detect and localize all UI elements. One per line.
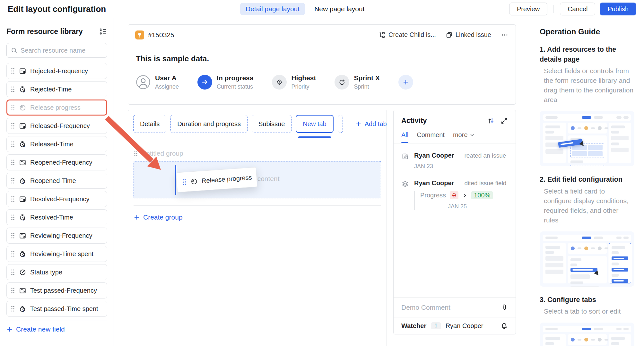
resource-item[interactable]: Rejected-Frequency xyxy=(6,63,107,79)
drag-handle-icon[interactable] xyxy=(11,177,15,184)
linked-issue-button[interactable]: Linked issue xyxy=(446,31,491,39)
tab-detail-page-layout[interactable]: Detail page layout xyxy=(240,3,305,15)
drag-handle-icon[interactable] xyxy=(11,287,15,294)
resource-item[interactable]: Reopened-Frequency xyxy=(6,154,107,170)
resource-search[interactable] xyxy=(6,43,107,58)
activity-entry: Ryan Cooper reated an issue JAN 23 xyxy=(401,152,508,170)
add-field-button[interactable] xyxy=(398,75,413,90)
drag-handle-icon[interactable] xyxy=(11,305,15,312)
search-input[interactable] xyxy=(21,47,103,54)
activity-filter-comment[interactable]: Comment xyxy=(417,131,445,143)
activity-filter-label: All xyxy=(401,131,408,139)
new-value: 100% xyxy=(471,191,493,199)
drag-handle-icon[interactable] xyxy=(11,250,15,257)
create-group-label: Create group xyxy=(143,213,183,221)
issue-field[interactable]: Sprint X Sprint xyxy=(335,74,380,90)
tab-subissue[interactable]: Subissue xyxy=(252,115,292,133)
watcher-label: Watcher xyxy=(401,322,426,330)
collapse-library-icon[interactable] xyxy=(99,27,107,36)
plus-icon xyxy=(134,214,140,221)
issue-header: #150325 Create Child is... Linked issue xyxy=(128,25,516,45)
field-drop-zone[interactable]: No content Release progress xyxy=(134,161,381,198)
tab-details[interactable]: Details xyxy=(133,115,166,133)
group-title[interactable]: Untitled group xyxy=(141,150,183,157)
resource-item[interactable]: Resolved-Frequency xyxy=(6,191,107,207)
guide-step-thumbnail xyxy=(540,323,634,346)
tab-new-page-layout[interactable]: New page layout xyxy=(309,3,370,15)
create-group-link[interactable]: Create group xyxy=(134,213,381,221)
guide-step-desc: Select a tab to sort or edit xyxy=(540,307,634,316)
dragged-field-card[interactable]: Release progress xyxy=(176,167,257,192)
activity-user[interactable]: Ryan Cooper xyxy=(414,152,454,159)
topbar-actions: Preview Cancel Publish xyxy=(509,3,636,15)
activity-filter-more[interactable]: more xyxy=(453,131,474,143)
resource-item[interactable]: Released-Frequency xyxy=(6,118,107,134)
issue-field[interactable]: Highest Priority xyxy=(272,74,316,90)
svg-text:P: P xyxy=(23,309,25,313)
resource-item[interactable]: P Released-Time xyxy=(6,136,107,152)
activity-filter-all[interactable]: All xyxy=(401,131,408,143)
tab-new-tab[interactable]: New tab xyxy=(296,115,333,133)
tab-duration-and-progress[interactable]: Duration and progress xyxy=(170,115,248,133)
avatar-icon xyxy=(136,75,151,90)
resource-item[interactable]: Release progress xyxy=(6,99,107,116)
drag-handle-icon[interactable] xyxy=(11,232,15,239)
drag-handle-icon[interactable] xyxy=(11,104,15,111)
expand-icon[interactable] xyxy=(500,117,508,125)
bell-icon[interactable] xyxy=(500,322,508,330)
comment-placeholder: Demo Comment xyxy=(401,304,450,311)
publish-button[interactable]: Publish xyxy=(600,3,636,15)
preview-button[interactable]: Preview xyxy=(509,3,547,15)
resource-item[interactable]: Status type xyxy=(6,264,107,280)
resource-item[interactable]: P Reviewing-Time spent xyxy=(6,246,107,262)
svg-text:P: P xyxy=(23,90,25,93)
guide-step-title: 1. Add resources to the details page xyxy=(540,45,634,64)
tab-label: Duration and progress xyxy=(177,120,241,128)
watcher-name[interactable]: Ryan Cooper xyxy=(446,322,483,330)
watcher-count-badge[interactable]: 1 xyxy=(431,322,441,329)
old-value: 0 xyxy=(450,191,458,199)
create-new-field-link[interactable]: Create new field xyxy=(6,321,107,333)
add-tab-button[interactable]: Add tab xyxy=(353,120,389,128)
more-icon xyxy=(501,31,509,39)
layout-switch: Detail page layout New page layout xyxy=(240,3,370,15)
resource-item[interactable]: P Reopened-Time xyxy=(6,173,107,189)
create-child-issue-button[interactable]: Create Child is... xyxy=(379,31,436,39)
priority-icon xyxy=(272,75,287,90)
paperclip-icon[interactable] xyxy=(500,304,508,311)
resource-item[interactable]: P Test passed-Time spent xyxy=(6,301,107,317)
frequency-icon xyxy=(19,232,26,239)
drag-handle-icon[interactable] xyxy=(11,269,15,276)
drag-handle-icon[interactable] xyxy=(11,159,15,166)
drag-handle-icon[interactable] xyxy=(11,67,15,74)
guide-step-thumbnail xyxy=(540,231,634,287)
add-tab-label: Add tab xyxy=(365,120,387,128)
tab-li[interactable]: Li xyxy=(338,115,343,133)
resource-item[interactable]: Test passed-Frequency xyxy=(6,282,107,298)
activity-entry: Ryan Cooper dited issue field Progress 0… xyxy=(401,179,508,210)
create-new-field-label: Create new field xyxy=(16,325,65,333)
field-value: User A xyxy=(155,74,179,82)
drag-handle-icon[interactable] xyxy=(11,122,15,129)
guide-step: 2. Edit field configuration Select a fie… xyxy=(540,175,634,287)
resource-item[interactable]: P Resolved-Time xyxy=(6,209,107,225)
resource-item[interactable]: P Rejected-Time xyxy=(6,81,107,97)
drag-handle-icon[interactable] xyxy=(134,150,138,157)
drag-handle-icon[interactable] xyxy=(11,141,15,148)
issue-field[interactable]: In progress Current status xyxy=(197,74,253,90)
comment-input[interactable]: Demo Comment xyxy=(394,297,516,317)
resource-item-label: Rejected-Frequency xyxy=(30,67,88,75)
issue-field[interactable]: User A Assignee xyxy=(136,74,179,90)
activity-user[interactable]: Ryan Cooper xyxy=(414,179,454,187)
status-icon xyxy=(19,269,26,276)
cancel-button[interactable]: Cancel xyxy=(560,3,595,15)
activity-filter-label: more xyxy=(453,131,468,139)
drag-handle-icon[interactable] xyxy=(11,86,15,93)
resource-item[interactable]: Reviewing-Frequency xyxy=(6,228,107,244)
drag-handle-icon[interactable] xyxy=(11,214,15,221)
issue-fields-row: User A Assignee In progress Current stat… xyxy=(136,74,508,90)
sort-icon[interactable] xyxy=(487,117,495,125)
drag-handle-icon[interactable] xyxy=(11,195,15,203)
more-actions-button[interactable] xyxy=(501,31,509,39)
plus-icon xyxy=(355,121,362,127)
